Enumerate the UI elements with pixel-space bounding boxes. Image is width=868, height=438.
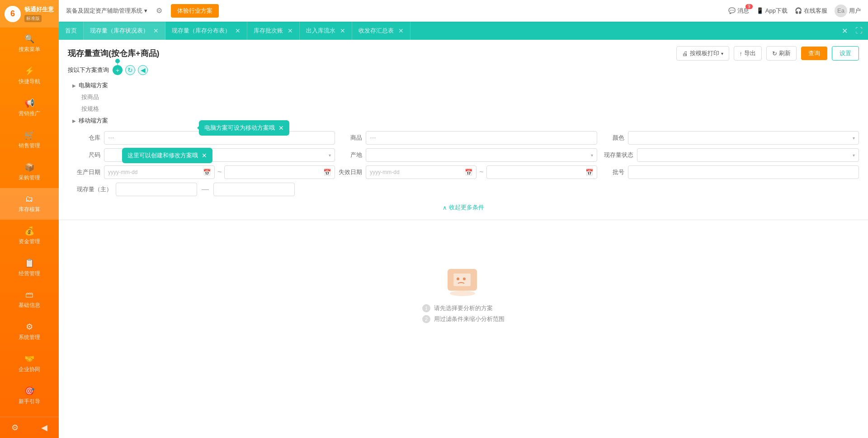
expire-date-label: 失效日期 bbox=[339, 168, 366, 176]
goods-select[interactable]: ··· bbox=[366, 131, 597, 145]
sales-icon: 🛒 bbox=[24, 130, 34, 140]
filter-rows-container: 仓库 ··· 商品 ··· 颜色 bbox=[68, 131, 859, 196]
color-dropdown-icon: ▾ bbox=[853, 136, 855, 141]
batch-no-input[interactable] bbox=[628, 165, 859, 179]
scheme-tree: ▶ 电脑端方案 按商品 按规格 ▶ 移动端方案 bbox=[68, 80, 859, 127]
sidebar-item-marketing[interactable]: 📢 营销推广 bbox=[0, 92, 59, 124]
sidebar-item-sales[interactable]: 🛒 销售管理 bbox=[0, 124, 59, 156]
inv-qty-min-field[interactable] bbox=[120, 186, 193, 193]
tooltip-scheme-edit: 这里可以创建和修改方案哦 ✕ bbox=[122, 148, 212, 163]
sidebar-item-system[interactable]: ⚙ 系统管理 bbox=[0, 316, 59, 348]
header-right: 💬 消息 9 📱 App下载 🎧 在线客服 Ea 用户 bbox=[728, 5, 861, 17]
chevron-down-icon: ▾ bbox=[144, 7, 147, 14]
calendar-icon-expire-start: 📅 bbox=[465, 169, 472, 176]
tab-bar: 首页 现存量（库存状况表） ✕ 现存量（库存分布表） ✕ 库存批次账 ✕ 出入库… bbox=[59, 22, 868, 40]
sidebar-item-finance[interactable]: 💰 资金管理 bbox=[0, 220, 59, 252]
tab-batch-account[interactable]: 库存批次账 ✕ bbox=[247, 22, 300, 40]
refresh-button[interactable]: ↻ 刷新 bbox=[766, 46, 797, 61]
svg-rect-1 bbox=[453, 273, 471, 286]
filter-row-1: 仓库 ··· 商品 ··· 颜色 bbox=[77, 131, 859, 145]
sidebar-item-operations[interactable]: 📋 经营管理 bbox=[0, 252, 59, 284]
filter-header-btns: + ↻ ◀ bbox=[113, 65, 148, 75]
warehouse-label: 仓库 bbox=[77, 134, 104, 142]
back-scheme-btn[interactable]: ◀ bbox=[138, 65, 148, 75]
filter-expire-date: 失效日期 yyyy-mm-dd 📅 ~ 📅 bbox=[339, 165, 597, 179]
origin-select[interactable]: ▾ bbox=[366, 148, 597, 162]
inventory-icon: 🗂 bbox=[25, 194, 33, 204]
tab-inventory-status[interactable]: 现存量（库存状况表） ✕ bbox=[84, 22, 165, 40]
svg-point-4 bbox=[450, 291, 475, 296]
export-button[interactable]: ↑ 导出 bbox=[734, 46, 762, 61]
sidebar-item-basic-info[interactable]: 🗃 基础信息 bbox=[0, 284, 59, 316]
avatar: Ea bbox=[835, 5, 847, 17]
filter-row-4: 现存量（主） — bbox=[77, 183, 859, 196]
expire-date-start[interactable]: yyyy-mm-dd 📅 bbox=[366, 165, 476, 179]
trial-button[interactable]: 体验行业方案 bbox=[171, 4, 219, 18]
scheme-mobile-branch[interactable]: ▶ 移动端方案 bbox=[72, 115, 859, 127]
calendar-icon-prod-end: 📅 bbox=[323, 169, 331, 176]
basic-info-icon: 🗃 bbox=[25, 290, 33, 300]
scheme-pc-child-1[interactable]: 按规格 bbox=[81, 103, 859, 115]
filter-area: 按以下方案查询 + ↻ ◀ 电脑方案可设为移动方案哦 ✕ 这里可以创建和修改方案… bbox=[59, 65, 868, 220]
newbie-icon: 🎯 bbox=[24, 386, 34, 396]
tab-close-in-out-flow[interactable]: ✕ bbox=[340, 27, 345, 34]
tooltip2-close[interactable]: ✕ bbox=[202, 152, 207, 159]
scheme-pc-children: 按商品 按规格 bbox=[72, 91, 859, 115]
add-scheme-btn[interactable]: + bbox=[113, 65, 123, 75]
tab-in-out-flow[interactable]: 出入库流水 ✕ bbox=[300, 22, 352, 40]
collapse-bar[interactable]: ∧ 收起更多条件 bbox=[68, 200, 859, 215]
prod-date-end[interactable]: 📅 bbox=[224, 165, 335, 179]
print-button[interactable]: 🖨 按模板打印 ▾ bbox=[676, 46, 729, 61]
tooltip2-text: 这里可以创建和修改方案哦 bbox=[127, 151, 198, 160]
tab-close-recv-summary[interactable]: ✕ bbox=[398, 27, 404, 34]
footer-collapse-btn[interactable]: ◀ bbox=[41, 423, 47, 433]
scheme-pc-branch[interactable]: ▶ 电脑端方案 bbox=[72, 80, 859, 91]
dot-indicator bbox=[115, 59, 120, 63]
page-actions: 🖨 按模板打印 ▾ ↑ 导出 ↻ 刷新 查询 设置 bbox=[676, 46, 859, 61]
settings-gear-btn[interactable]: ⚙ bbox=[153, 5, 165, 17]
message-button[interactable]: 💬 消息 9 bbox=[728, 7, 749, 15]
app-download-button[interactable]: 📱 App下载 bbox=[756, 7, 788, 15]
reset-button[interactable]: 设置 bbox=[832, 46, 859, 61]
logo-icon: 6 bbox=[5, 6, 21, 22]
collapse-up-icon: ∧ bbox=[443, 204, 447, 211]
inv-qty-min[interactable] bbox=[116, 183, 197, 196]
sidebar-item-search[interactable]: 🔍 搜索菜单 bbox=[0, 28, 59, 60]
empty-state: 1 请先选择要分析的方案 2 用过滤条件来缩小分析范围 bbox=[59, 220, 868, 362]
inventory-status-select[interactable]: ▾ bbox=[637, 148, 859, 162]
sidebar-nav: 🔍 搜索菜单 ⚡ 快捷导航 📢 营销推广 🛒 销售管理 📦 采购管理 🗂 库存核… bbox=[0, 28, 59, 417]
query-button[interactable]: 查询 bbox=[801, 47, 827, 60]
tab-close-batch-account[interactable]: ✕ bbox=[288, 27, 293, 34]
tab-close-inventory-dist[interactable]: ✕ bbox=[235, 27, 241, 34]
tab-close-inventory-status[interactable]: ✕ bbox=[153, 27, 159, 34]
user-menu[interactable]: Ea 用户 bbox=[835, 5, 861, 17]
tab-fullscreen-btn[interactable]: ⛶ bbox=[854, 25, 864, 36]
sidebar-item-inventory[interactable]: 🗂 库存核算 bbox=[0, 188, 59, 220]
sidebar-item-purchase[interactable]: 📦 采购管理 bbox=[0, 156, 59, 188]
color-select[interactable]: ▾ bbox=[628, 131, 859, 145]
tab-inventory-dist[interactable]: 现存量（库存分布表） ✕ bbox=[165, 22, 247, 40]
sidebar-item-quick-nav[interactable]: ⚡ 快捷导航 bbox=[0, 60, 59, 92]
tab-home[interactable]: 首页 bbox=[59, 22, 84, 40]
expire-date-end[interactable]: 📅 bbox=[486, 165, 597, 179]
batch-no-field[interactable] bbox=[632, 169, 855, 176]
inv-qty-max-field[interactable] bbox=[217, 186, 291, 193]
filter-origin: 产地 ▾ bbox=[339, 148, 597, 162]
footer-settings-btn[interactable]: ⚙ bbox=[11, 423, 19, 433]
prod-date-start[interactable]: yyyy-mm-dd 📅 bbox=[104, 165, 215, 179]
sidebar-item-enterprise[interactable]: 🤝 企业协同 bbox=[0, 348, 59, 380]
online-service-button[interactable]: 🎧 在线客服 bbox=[795, 7, 827, 15]
scheme-mobile-label: 移动端方案 bbox=[79, 117, 108, 125]
tab-recv-summary[interactable]: 收发存汇总表 ✕ bbox=[352, 22, 410, 40]
system-selector[interactable]: 装备及固定资产辅助管理系统 ▾ bbox=[66, 7, 147, 15]
scheme-pc-child-0[interactable]: 按商品 bbox=[81, 91, 859, 103]
main-content: 现存量查询(按仓库+商品) 🖨 按模板打印 ▾ ↑ 导出 ↻ 刷新 查询 设置 bbox=[59, 40, 868, 438]
filter-row-3: 生产日期 yyyy-mm-dd 📅 ~ 📅 失效日期 bbox=[77, 165, 859, 179]
refresh-scheme-btn[interactable]: ↻ bbox=[125, 65, 135, 75]
tooltip1-close[interactable]: ✕ bbox=[278, 124, 284, 132]
sidebar-item-newbie[interactable]: 🎯 新手引导 bbox=[0, 380, 59, 412]
filter-prod-date: 生产日期 yyyy-mm-dd 📅 ~ 📅 bbox=[77, 165, 335, 179]
sidebar-footer: ⚙ ◀ bbox=[0, 417, 59, 438]
tab-close-all-btn[interactable]: ✕ bbox=[839, 25, 850, 36]
inv-qty-max[interactable] bbox=[213, 183, 295, 196]
